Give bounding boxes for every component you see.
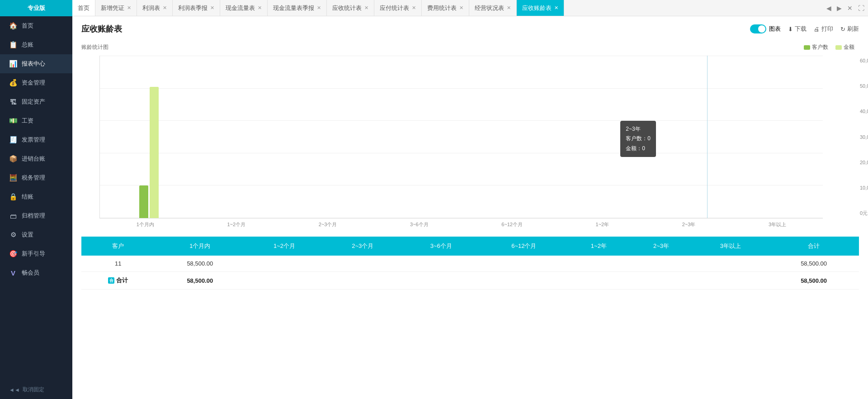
row-customer: 11 [81,256,155,272]
tab-profit-label: 利润表 [142,4,160,12]
tab-cashflow-season-close[interactable]: ✕ [317,5,321,11]
sidebar-item-guide[interactable]: 🎯 新手引导 [0,244,72,263]
tab-cashflow-label: 现金流量表 [226,4,255,12]
header-actions: 图表 ⬇ 下载 🖨 打印 ↻ 刷新 [750,24,859,33]
tab-expense-stat-close[interactable]: ✕ [459,5,463,11]
tab-aging[interactable]: 应收账龄表 ✕ [517,0,564,16]
row-23m [324,256,402,272]
tab-aging-close[interactable]: ✕ [554,5,558,11]
tab-next-button[interactable]: ▶ [835,5,844,12]
tab-profit-season-close[interactable]: ✕ [210,5,214,11]
col-23m: 2~3个月 [324,237,402,256]
sidebar-item-home[interactable]: 🏠 首页 [0,16,72,35]
tab-profit-close[interactable]: ✕ [163,5,167,11]
tab-cashflow-close[interactable]: ✕ [258,5,262,11]
download-button[interactable]: ⬇ 下载 [788,25,807,33]
sidebar-label-settings: 设置 [22,231,33,239]
sidebar-item-archive[interactable]: 🗃 归档管理 [0,206,72,225]
tab-cashflow[interactable]: 现金流量表 ✕ [220,0,268,16]
tab-receivable-stat[interactable]: 应收统计表 ✕ [327,0,374,16]
sidebar-item-tax[interactable]: 🧮 税务管理 [0,168,72,187]
sidebar-item-ledger[interactable]: 📋 总账 [0,35,72,54]
tab-home-label: 首页 [78,4,90,12]
sidebar-item-closing[interactable]: 🔒 结账 [0,187,72,206]
total-36m [402,272,480,290]
col-12m: 1~2个月 [245,237,323,256]
salary-icon: 💵 [9,117,17,125]
sidebar-item-funds[interactable]: 💰 资金管理 [0,73,72,92]
y-right-6: 60,000.00元 [860,57,868,64]
tax-icon: 🧮 [9,174,17,182]
tab-profit-season-label: 利润表季报 [178,4,208,12]
print-label: 打印 [821,25,833,33]
col-612m: 6~12个月 [480,237,567,256]
y-right-4: 40,000.00元 [860,108,868,115]
col-3yplus: 3年以上 [693,237,769,256]
x-label-36m: 3~6个月 [410,221,429,228]
sidebar-item-settings[interactable]: ⚙ 设置 [0,225,72,244]
tab-voucher-label: 新增凭证 [101,4,124,12]
total-3yplus [693,272,769,290]
main-area: 首页 新增凭证 ✕ 利润表 ✕ 利润表季报 ✕ 现金流量表 ✕ 现金流量表季报 … [72,0,868,399]
print-button[interactable]: 🖨 打印 [814,25,833,33]
bar-group-1m [139,87,159,218]
tab-business-stat-close[interactable]: ✕ [507,5,511,11]
table-header-row: 客户 1个月内 1~2个月 2~3个月 3~6个月 6~12个月 1~2年 2~… [81,237,859,256]
unpin-button[interactable]: ◄◄ 取消固定 [0,380,72,399]
total-icon: 合 [108,277,114,284]
legend-customers-color [804,45,810,50]
sidebar-item-reports[interactable]: 📊 报表中心 [0,54,72,73]
ledger-icon: 📋 [9,41,17,49]
col-23y: 2~3年 [630,237,692,256]
sidebar-label-reports: 报表中心 [22,60,45,68]
content-area: 应收账龄表 图表 ⬇ 下载 🖨 打印 ↻ 刷新 [72,16,868,399]
refresh-button[interactable]: ↻ 刷新 [840,25,859,33]
tab-business-stat-label: 经营状况表 [475,4,504,12]
legend-amount-color [835,45,842,50]
row-612m [480,256,567,272]
total-total: 58,500.00 [769,272,859,290]
tab-voucher[interactable]: 新增凭证 ✕ [95,0,137,16]
tab-receivable-stat-label: 应收统计表 [332,4,362,12]
sidebar-item-salary[interactable]: 💵 工资 [0,111,72,130]
tab-home[interactable]: 首页 [72,0,95,16]
tab-maximize-button[interactable]: ⛶ [856,5,866,12]
col-1m: 1个月内 [155,237,245,256]
bar-1m-amount [150,87,159,218]
tab-expense-stat[interactable]: 费用统计表 ✕ [422,0,469,16]
tab-payable-stat-close[interactable]: ✕ [412,5,416,11]
reports-icon: 📊 [9,60,17,68]
col-total: 合计 [769,237,859,256]
tab-prev-button[interactable]: ◀ [825,5,833,12]
x-label-12y: 1~2年 [596,221,609,228]
sidebar-label-assets: 固定资产 [22,98,45,106]
sidebar-label-purchase: 进销台账 [22,155,45,163]
legend-amount-label: 金额 [844,43,854,51]
tab-close-all-button[interactable]: ✕ [845,5,854,12]
page-title: 应收账龄表 [81,24,122,34]
sidebar-item-assets[interactable]: 🏗 固定资产 [0,92,72,111]
tab-payable-stat[interactable]: 应付统计表 ✕ [374,0,422,16]
sidebar-item-vip[interactable]: V 畅会员 [0,263,72,282]
chart-toggle[interactable] [750,24,766,33]
vip-icon: V [9,269,17,277]
y-right-3: 30,000.00元 [860,134,868,141]
row-36m [402,256,480,272]
tab-profit[interactable]: 利润表 ✕ [137,0,173,16]
chart-toggle-label: 图表 [769,25,781,33]
table-row: 11 58,500.00 58,500.00 [81,256,859,272]
purchase-icon: 📦 [9,155,17,163]
refresh-icon: ↻ [840,26,845,33]
total-customer-cell: 合 合计 [81,272,155,290]
tab-profit-season[interactable]: 利润表季报 ✕ [173,0,220,16]
total-12m [245,272,323,290]
tab-voucher-close[interactable]: ✕ [127,5,131,11]
tab-cashflow-season[interactable]: 现金流量表季报 ✕ [268,0,327,16]
sidebar-item-purchase[interactable]: 📦 进销台账 [0,149,72,168]
closing-icon: 🔒 [9,193,17,201]
tab-business-stat[interactable]: 经营状况表 ✕ [469,0,517,16]
refresh-label: 刷新 [847,25,859,33]
sidebar-item-invoice[interactable]: 🧾 发票管理 [0,130,72,149]
tab-receivable-stat-close[interactable]: ✕ [364,5,368,11]
settings-icon: ⚙ [9,231,17,239]
